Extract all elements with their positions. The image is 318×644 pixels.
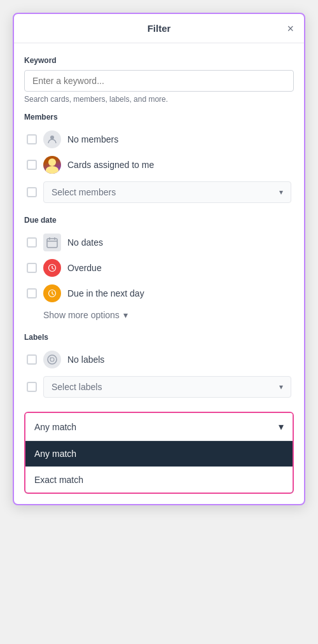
select-members-checkbox[interactable]: [27, 187, 37, 197]
due-next-day-icon: [43, 284, 61, 302]
match-options-list: Any match Exact match: [25, 441, 293, 493]
select-labels-chevron: ▾: [279, 382, 283, 391]
overdue-label: Overdue: [67, 263, 102, 273]
match-dropdown-trigger[interactable]: Any match ▾: [25, 413, 293, 441]
any-match-label: Any match: [34, 449, 76, 459]
panel-body: Keyword Search cards, members, labels, a…: [14, 43, 304, 504]
show-more-chevron: ▾: [123, 310, 128, 320]
members-no-members-row: No members: [24, 127, 294, 152]
panel-title: Filter: [148, 23, 171, 34]
select-labels-dropdown[interactable]: Select labels ▾: [43, 376, 291, 398]
assigned-to-me-row: Cards assigned to me: [24, 152, 294, 178]
user-avatar: [43, 156, 61, 174]
svg-point-13: [48, 355, 57, 364]
labels-section: Labels No labels: [24, 333, 294, 402]
select-labels-label: Select labels: [52, 382, 102, 392]
assigned-to-me-checkbox[interactable]: [27, 160, 37, 170]
labels-section-label: Labels: [24, 333, 294, 342]
no-members-checkbox[interactable]: [27, 134, 37, 144]
panel-header: Filter ×: [14, 14, 304, 43]
match-chevron: ▾: [279, 421, 284, 433]
show-more-options[interactable]: Show more options ▾: [24, 306, 294, 324]
person-icon: [43, 130, 61, 148]
select-members-row: Select members ▾: [24, 178, 294, 207]
overdue-checkbox[interactable]: [27, 263, 37, 273]
keyword-hint: Search cards, members, labels, and more.: [24, 95, 294, 104]
svg-point-15: [50, 358, 52, 359]
match-selected-label: Any match: [34, 422, 76, 432]
calendar-icon: [43, 234, 61, 251]
label-icon: [43, 351, 61, 368]
match-option-any[interactable]: Any match: [25, 441, 293, 466]
exact-match-label: Exact match: [34, 475, 83, 485]
overdue-clock-icon: [43, 259, 61, 277]
show-more-label: Show more options: [43, 310, 120, 320]
no-labels-checkbox[interactable]: [27, 354, 37, 365]
overdue-row: Overdue: [24, 255, 294, 281]
filter-panel: Filter × Keyword Search cards, members, …: [13, 13, 305, 505]
close-button[interactable]: ×: [284, 20, 296, 37]
members-section: Members No members Car: [24, 113, 294, 207]
select-members-dropdown[interactable]: Select members ▾: [43, 181, 291, 203]
keyword-section: Keyword Search cards, members, labels, a…: [24, 56, 294, 104]
assigned-to-me-label: Cards assigned to me: [67, 160, 154, 170]
select-members-chevron: ▾: [279, 188, 283, 197]
no-members-label: No members: [67, 134, 118, 144]
svg-rect-1: [47, 239, 57, 248]
select-members-label: Select members: [52, 187, 116, 197]
members-label: Members: [24, 113, 294, 122]
no-labels-label: No labels: [67, 354, 104, 365]
due-date-section: Due date No dates: [24, 216, 294, 324]
no-dates-checkbox[interactable]: [27, 237, 37, 248]
keyword-label: Keyword: [24, 56, 294, 65]
select-labels-checkbox[interactable]: [27, 382, 37, 392]
svg-point-0: [50, 136, 54, 139]
match-option-exact[interactable]: Exact match: [25, 466, 293, 493]
match-section: Any match ▾ Any match Exact match: [24, 412, 294, 494]
keyword-input[interactable]: [24, 70, 294, 92]
due-next-day-row: Due in the next day: [24, 281, 294, 306]
no-dates-row: No dates: [24, 230, 294, 255]
due-next-day-label: Due in the next day: [67, 288, 144, 298]
no-dates-label: No dates: [67, 237, 103, 248]
no-labels-row: No labels: [24, 347, 294, 372]
due-date-label: Due date: [24, 216, 294, 225]
select-labels-row: Select labels ▾: [24, 372, 294, 402]
due-next-day-checkbox[interactable]: [27, 288, 37, 298]
